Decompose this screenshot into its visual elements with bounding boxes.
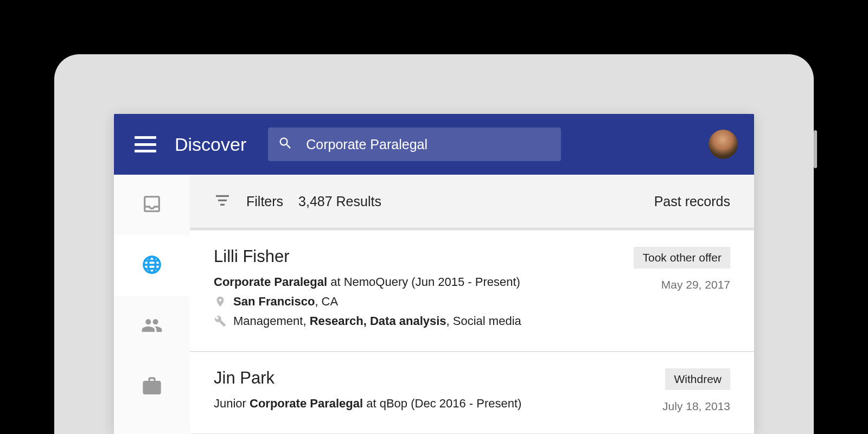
top-bar: Discover: [114, 114, 754, 175]
results-list: Lilli Fisher Corporate Paralegal at Nemo…: [190, 229, 754, 434]
search-icon: [278, 136, 293, 153]
sidebar-item-people[interactable]: [114, 296, 190, 357]
sidebar-item-inbox[interactable]: [114, 175, 190, 235]
sidebar: [114, 175, 190, 434]
filter-bar: Filters 3,487 Results Past records: [190, 175, 754, 229]
filters-button[interactable]: Filters: [246, 194, 283, 209]
briefcase-icon: [141, 375, 163, 399]
main-content: Filters 3,487 Results Past records Lilli…: [190, 175, 754, 434]
device-frame: Discover: [54, 54, 814, 434]
sidebar-item-discover[interactable]: [114, 235, 190, 296]
result-name: Jin Park: [214, 368, 649, 388]
inbox-icon: [141, 193, 163, 217]
result-date: July 18, 2013: [662, 400, 730, 413]
location-icon: [214, 295, 227, 308]
results-count: 3,487 Results: [298, 194, 381, 209]
result-position: Junior Corporate Paralegal at qBop (Dec …: [214, 397, 649, 411]
device-side-button: [814, 130, 817, 168]
status-badge: Withdrew: [665, 368, 730, 390]
sidebar-item-jobs[interactable]: [114, 357, 190, 418]
result-skills: Management, Research, Data analysis, Soc…: [214, 314, 621, 328]
menu-button[interactable]: [135, 136, 156, 152]
result-card[interactable]: Jin Park Junior Corporate Paralegal at q…: [190, 352, 754, 434]
past-records-link[interactable]: Past records: [654, 194, 730, 209]
wrench-icon: [214, 315, 227, 328]
page-title: Discover: [175, 134, 246, 155]
filter-icon: [214, 192, 231, 211]
user-avatar[interactable]: [709, 130, 738, 159]
result-date: May 29, 2017: [661, 278, 730, 291]
result-card[interactable]: Lilli Fisher Corporate Paralegal at Nemo…: [190, 231, 754, 352]
search-input[interactable]: [306, 137, 551, 152]
result-name: Lilli Fisher: [214, 247, 621, 266]
status-badge: Took other offer: [634, 247, 730, 269]
result-position: Corporate Paralegal at NemoQuery (Jun 20…: [214, 275, 621, 289]
search-box[interactable]: [268, 127, 561, 161]
app-body: Filters 3,487 Results Past records Lilli…: [114, 175, 754, 434]
globe-icon: [141, 254, 163, 278]
result-location: San Francisco, CA: [214, 295, 621, 309]
app-window: Discover: [114, 114, 754, 434]
people-icon: [141, 315, 163, 339]
